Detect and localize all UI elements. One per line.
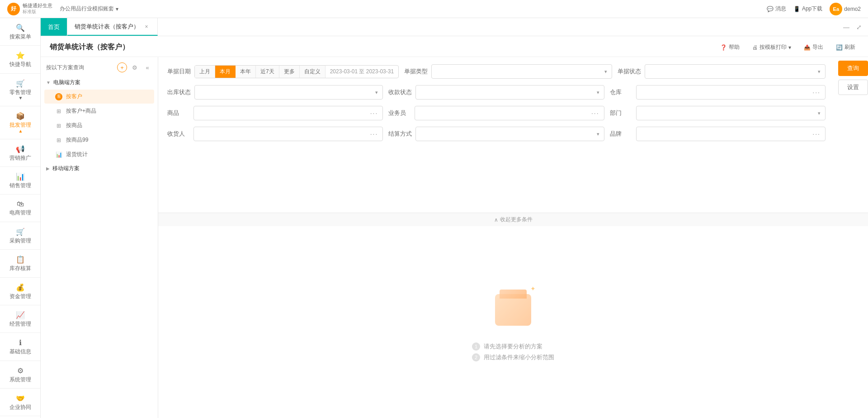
- wholesale-icon: 📦: [16, 112, 25, 120]
- date-btn-more[interactable]: 更多: [279, 66, 300, 78]
- logo-text: 畅捷通好生意: [23, 3, 52, 9]
- sidebar-item-finance[interactable]: 💰 资金管理: [0, 278, 40, 305]
- tab-close-btn[interactable]: ×: [143, 23, 150, 30]
- warehouse-ellipsis: ···: [812, 89, 821, 96]
- right-panel: 单据日期 上月 本月 本年 近7天 更多 自定义: [158, 57, 868, 418]
- date-btn-7days[interactable]: 近7天: [256, 66, 279, 78]
- sidebar-item-wholesale[interactable]: 📦 批发管理 ▲: [0, 106, 40, 139]
- retail-icon: 🛒: [16, 79, 25, 88]
- salesperson-select[interactable]: ···: [415, 106, 604, 120]
- brand-label: 品牌: [610, 130, 632, 138]
- by-customer-label: 按客户: [66, 93, 82, 100]
- sidebar-item-newguide[interactable]: 🎓 新手引导: [0, 416, 40, 418]
- basic-icon: ℹ: [19, 338, 22, 347]
- scheme-item-by-goods99[interactable]: ⊞ 按商品99: [44, 133, 154, 147]
- returns-label: 退货统计: [66, 151, 88, 158]
- scheme-settings-btn[interactable]: ⚙: [130, 62, 140, 72]
- by-goods99-icon: ⊞: [55, 137, 62, 144]
- logo-sub: 标准版: [23, 9, 52, 15]
- collapse-bar[interactable]: ∧ 收起更多条件: [158, 213, 868, 226]
- print-btn[interactable]: 🖨 按模板打印 ▾: [749, 42, 795, 53]
- message-action[interactable]: 💬 消息: [767, 5, 786, 13]
- date-btn-this-year[interactable]: 本年: [236, 66, 256, 78]
- goods-select[interactable]: ···: [193, 106, 383, 120]
- date-btn-custom[interactable]: 自定义: [300, 66, 326, 78]
- warehouse-label: 仓库: [610, 88, 632, 96]
- settings-btn[interactable]: 设置: [838, 80, 868, 95]
- date-btn-this-month[interactable]: 本月: [215, 66, 236, 78]
- scheme-category-desktop-header[interactable]: ▼ 电脑端方案: [44, 76, 154, 89]
- department-label: 部门: [610, 109, 632, 117]
- page-header: 销货单统计表（按客户） ❓ 帮助 🖨 按模板打印 ▾ 📤 导出: [41, 36, 868, 57]
- sidebar-item-basic[interactable]: ℹ 基础信息: [0, 333, 40, 361]
- doc-type-select[interactable]: ▾: [431, 64, 612, 79]
- by-goods-icon: ⊞: [55, 122, 62, 129]
- sidebar-item-sales[interactable]: 📊 销售管理: [0, 167, 40, 195]
- tab-sales-report-label: 销货单统计表（按客户）: [75, 23, 139, 31]
- app-download-action[interactable]: 📱 App下载: [793, 5, 822, 13]
- refresh-btn[interactable]: 🔄 刷新: [832, 42, 859, 53]
- query-btn[interactable]: 查询: [838, 61, 868, 76]
- ship-status-select[interactable]: ▾: [194, 85, 383, 100]
- sidebar-collab-label: 企业协同: [9, 404, 31, 410]
- department-select[interactable]: ▾: [636, 106, 826, 120]
- export-btn[interactable]: 📤 导出: [800, 42, 827, 53]
- user-area[interactable]: Ea demo2: [830, 3, 861, 15]
- tab-maximize-btn[interactable]: ⤢: [854, 22, 864, 33]
- doc-status-chevron-icon: ▾: [818, 69, 821, 75]
- date-btn-last-month[interactable]: 上月: [195, 66, 215, 78]
- logo-area: 好 畅捷通好生意 标准版: [7, 3, 52, 15]
- page-content: 销货单统计表（按客户） ❓ 帮助 🖨 按模板打印 ▾ 📤 导出: [41, 36, 868, 418]
- warehouse-select[interactable]: ···: [636, 85, 826, 100]
- scheme-item-by-goods[interactable]: ⊞ 按商品: [44, 119, 154, 133]
- filter-form-area: 单据日期 上月 本月 本年 近7天 更多 自定义: [158, 57, 835, 155]
- sidebar-item-operations[interactable]: 📈 经营管理: [0, 305, 40, 333]
- sidebar-item-inventory[interactable]: 📋 库存核算: [0, 250, 40, 277]
- doc-status-select[interactable]: ▾: [645, 64, 826, 79]
- print-arrow-icon: ▾: [788, 44, 791, 51]
- sidebar-item-retail[interactable]: 🛒 零售管理 ▼: [0, 74, 40, 106]
- sidebar-item-ecommerce[interactable]: 🛍 电商管理: [0, 195, 40, 222]
- help-btn[interactable]: ❓ 帮助: [717, 42, 743, 53]
- doc-type-chevron-icon: ▾: [604, 69, 607, 75]
- scheme-collapse-btn[interactable]: «: [142, 62, 152, 72]
- system-icon: ⚙: [17, 366, 24, 375]
- sidebar-marketing-label: 营销推广: [9, 155, 31, 161]
- brand-select[interactable]: ···: [636, 127, 826, 141]
- consignee-select[interactable]: ···: [193, 127, 383, 141]
- refresh-label: 刷新: [844, 43, 855, 51]
- sidebar-item-search[interactable]: 🔍 搜索菜单: [0, 18, 40, 46]
- sidebar-item-marketing[interactable]: 📢 营销推广: [0, 139, 40, 167]
- tab-home[interactable]: 首页: [41, 18, 67, 36]
- sidebar-item-purchase[interactable]: 🛒 采购管理: [0, 222, 40, 250]
- retail-expand-icon: ▼: [19, 95, 23, 100]
- collapse-up-icon: ∧: [494, 217, 498, 223]
- ecommerce-icon: 🛍: [17, 200, 24, 208]
- settlement-label: 结算方式: [388, 130, 412, 138]
- scheme-item-customer-goods[interactable]: ⊞ 按客户+商品: [44, 104, 154, 118]
- empty-state: ✦ 1 请先选择要分析的方案 2 用过滤条件来缩小分析范围: [158, 226, 868, 418]
- collapse-label: 收起更多条件: [500, 216, 533, 223]
- scheme-item-by-customer[interactable]: 客 按客户: [44, 90, 154, 104]
- sidebar-system-label: 系统管理: [9, 376, 31, 383]
- industry-selector[interactable]: 办公用品行业模拟账套 ▾: [56, 3, 122, 14]
- scheme-add-btn[interactable]: +: [117, 62, 127, 72]
- industry-arrow: ▾: [116, 6, 118, 12]
- date-range-display: 2023-03-01 至 2023-03-31: [326, 66, 398, 78]
- filter-date: 单据日期 上月 本月 本年 近7天 更多 自定义: [167, 65, 399, 78]
- desktop-category-icon: ▼: [46, 80, 51, 85]
- tab-minimize-btn[interactable]: —: [841, 22, 852, 33]
- payment-status-select[interactable]: ▾: [415, 85, 604, 100]
- sidebar-item-collab[interactable]: 🤝 企业协同: [0, 389, 40, 416]
- tab-sales-report[interactable]: 销货单统计表（按客户） ×: [67, 18, 158, 36]
- settlement-select[interactable]: ▾: [415, 127, 604, 141]
- scheme-item-returns[interactable]: 📊 退货统计: [44, 147, 154, 162]
- hint-text-1: 请先选择要分析的方案: [484, 342, 542, 351]
- scheme-category-mobile-header[interactable]: ▶ 移动端方案: [44, 162, 154, 175]
- message-icon: 💬: [767, 6, 774, 12]
- sidebar-finance-label: 资金管理: [9, 293, 31, 299]
- action-btns-panel: 查询 设置: [835, 57, 868, 99]
- sidebar-item-quicknav[interactable]: ⭐ 快捷导航: [0, 46, 40, 73]
- sidebar-item-system[interactable]: ⚙ 系统管理: [0, 361, 40, 389]
- scheme-panel-header: 按以下方案查询 + ⚙ «: [41, 62, 158, 76]
